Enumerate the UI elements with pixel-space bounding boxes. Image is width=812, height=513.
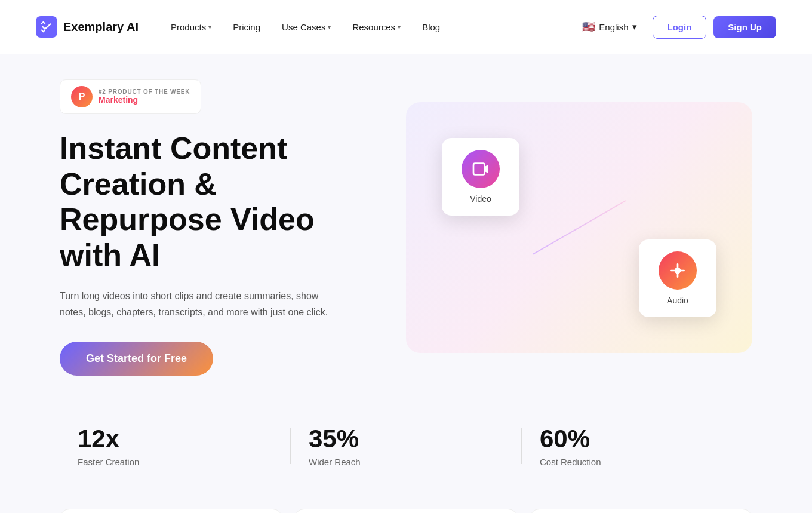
- chevron-down-icon: ▾: [632, 21, 637, 32]
- stat-cost: 60% Cost Reduction: [522, 413, 752, 479]
- audio-icon: [668, 261, 687, 280]
- hero-title: Instant Content Creation & Repurpose Vid…: [60, 131, 370, 274]
- stat-cost-label: Cost Reduction: [540, 457, 734, 467]
- badge-icon: P: [71, 86, 93, 107]
- stat-faster-label: Faster Creation: [78, 457, 272, 467]
- audio-card: Audio: [639, 239, 716, 317]
- chevron-down-icon: ▾: [328, 24, 331, 30]
- video-card-label: Video: [470, 194, 491, 204]
- nav-link-pricing[interactable]: Pricing: [224, 17, 269, 37]
- hero-section: P #2 PRODUCT OF THE WEEK Marketing Insta…: [24, 54, 788, 401]
- feature-card-1: Learn More: [60, 509, 282, 513]
- feature-card-3: Learn More: [530, 509, 752, 513]
- svg-point-1: [675, 268, 681, 274]
- nav-link-products-label: Products: [171, 22, 206, 32]
- audio-icon-circle: [659, 251, 697, 290]
- chevron-down-icon: ▾: [208, 24, 211, 30]
- cta-button[interactable]: Get Started for Free: [60, 342, 213, 376]
- hero-left: P #2 PRODUCT OF THE WEEK Marketing Insta…: [60, 79, 370, 376]
- logo-icon: [36, 16, 57, 38]
- svg-rect-0: [473, 164, 485, 175]
- connector-line: [533, 200, 626, 255]
- stat-faster-number: 12x: [78, 425, 272, 453]
- feature-card-2: Learn More: [294, 509, 517, 513]
- navbar: Exemplary AI Products ▾ Pricing Use Case…: [0, 0, 812, 54]
- badge-text: #2 PRODUCT OF THE WEEK Marketing: [99, 88, 190, 105]
- stat-cost-number: 60%: [540, 425, 734, 453]
- feature-cards: Learn More Learn More Learn More: [24, 503, 788, 513]
- hero-description: Turn long videos into short clips and cr…: [60, 288, 346, 320]
- hero-visual-area: Video Audio: [406, 102, 752, 353]
- nav-link-products[interactable]: Products ▾: [162, 17, 220, 37]
- nav-link-blog[interactable]: Blog: [414, 17, 448, 37]
- audio-card-label: Audio: [667, 296, 688, 305]
- nav-link-usecases-label: Use Cases: [282, 22, 325, 32]
- video-icon: [471, 159, 490, 179]
- stats-section: 12x Faster Creation 35% Wider Reach 60% …: [24, 401, 788, 503]
- product-badge[interactable]: P #2 PRODUCT OF THE WEEK Marketing: [60, 79, 201, 114]
- language-label: English: [599, 22, 628, 32]
- language-button[interactable]: 🇺🇸 English ▾: [574, 16, 645, 38]
- badge-subtitle: #2 PRODUCT OF THE WEEK: [99, 88, 190, 95]
- nav-links: Products ▾ Pricing Use Cases ▾ Resources…: [162, 17, 574, 37]
- nav-container: Exemplary AI Products ▾ Pricing Use Case…: [36, 0, 776, 54]
- nav-link-usecases[interactable]: Use Cases ▾: [273, 17, 339, 37]
- nav-link-pricing-label: Pricing: [233, 22, 260, 32]
- logo-area[interactable]: Exemplary AI: [36, 16, 139, 38]
- hero-visual: Video Audio: [406, 102, 752, 353]
- login-button[interactable]: Login: [653, 16, 707, 39]
- signup-button[interactable]: Sign Up: [713, 16, 776, 38]
- logo-text: Exemplary AI: [63, 20, 139, 34]
- stat-reach-label: Wider Reach: [309, 457, 503, 467]
- stat-faster: 12x Faster Creation: [60, 413, 290, 479]
- stat-reach: 35% Wider Reach: [291, 413, 521, 479]
- chevron-down-icon: ▾: [398, 24, 401, 30]
- video-icon-circle: [462, 150, 500, 188]
- nav-link-resources-label: Resources: [352, 22, 395, 32]
- nav-link-resources[interactable]: Resources ▾: [344, 17, 409, 37]
- nav-link-blog-label: Blog: [422, 22, 440, 32]
- badge-title: Marketing: [99, 95, 190, 105]
- video-card: Video: [442, 138, 519, 216]
- nav-right: 🇺🇸 English ▾ Login Sign Up: [574, 16, 776, 39]
- stat-reach-number: 35%: [309, 425, 503, 453]
- logo-svg: [40, 20, 53, 33]
- flag-icon: 🇺🇸: [582, 20, 595, 33]
